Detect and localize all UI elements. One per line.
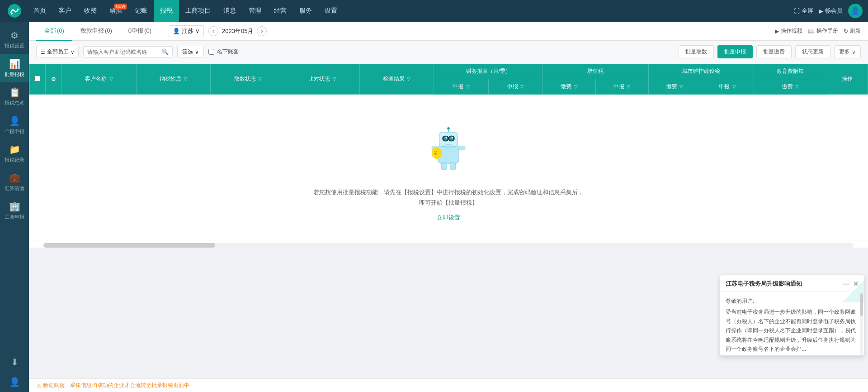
setup-link[interactable]: 立即设置 (437, 214, 460, 222)
refresh-btn[interactable]: ↻ 刷新 (844, 27, 861, 35)
compare-status-filter-icon[interactable]: ▽ (333, 76, 336, 81)
fetch-status-filter-icon[interactable]: ▽ (258, 76, 262, 81)
nav-items: 首页 客户 收费 票据 NEW 记账 报税 工商项目 消息 管理 经营 服务 设… (27, 0, 794, 22)
manual-icon: 📖 (808, 28, 815, 34)
svg-point-11 (447, 127, 450, 130)
province-dropdown-icon: ∨ (195, 28, 200, 34)
tab-all[interactable]: 全部 ( 0 ) (36, 22, 72, 41)
new-badge: NEW (114, 4, 127, 10)
tax-type-filter-icon[interactable]: ▽ (184, 76, 187, 81)
more-dropdown-icon: ∨ (852, 49, 856, 55)
th-tax-type: 纳税性质 ▽ (136, 64, 211, 95)
sidebar-item-tax-settings[interactable]: ⚙ 报税设置 (0, 25, 29, 54)
nav-business[interactable]: 工商项目 (179, 0, 217, 22)
city-pay-filter-icon[interactable]: ▽ (679, 84, 683, 89)
th-edu-pay: 缴费 ▽ (754, 79, 827, 95)
nav-invoice[interactable]: 票据 NEW (103, 0, 128, 22)
svg-point-7 (449, 136, 453, 140)
search-input[interactable] (87, 49, 160, 55)
nav-customer[interactable]: 客户 (52, 0, 78, 22)
nav-bookkeeping[interactable]: 记账 (128, 0, 154, 22)
tab-zero-declare[interactable]: 0申报 ( 0 ) (120, 22, 160, 41)
more-button[interactable]: 更多 ∨ (834, 45, 861, 58)
city-declare-filter-icon[interactable]: ▽ (627, 84, 630, 89)
member-button[interactable]: ▶ 畅会员 (819, 7, 843, 15)
annual-settlement-icon: 💼 (9, 172, 20, 183)
sidebar-item-batch-tax[interactable]: 📊 批量报税 (0, 54, 29, 82)
nav-right: ⛶ 全屏 ▶ 畅会员 👤 (794, 4, 863, 18)
nav-fee[interactable]: 收费 (78, 0, 103, 22)
svg-point-6 (443, 136, 448, 140)
sidebar-item-user[interactable]: 👤 (0, 372, 29, 392)
search-icon[interactable]: 🔍 (161, 48, 169, 55)
avatar[interactable]: 👤 (848, 4, 863, 18)
logo[interactable] (5, 2, 24, 20)
employee-select[interactable]: ☰ 全部员工 ∨ (36, 46, 79, 58)
nav-operation[interactable]: 经营 (268, 0, 293, 22)
status-bar: ⚠ 验证账密、采集信息均成功的企业才会流转至批量报税页面中 (29, 378, 868, 392)
th-operation: 操作 (827, 64, 868, 95)
th-check[interactable] (29, 64, 46, 95)
th-financial-report: 财务报表（月/季） (434, 64, 543, 79)
vat-declare-filter-icon[interactable]: ▽ (520, 84, 524, 89)
th-fetch-status: 取数状态 ▽ (211, 64, 285, 95)
th-customer-name: 客户名称 ▽ (62, 64, 137, 95)
th-city-tax: 城市维护建设税 (648, 64, 754, 79)
status-update-button[interactable]: 状态更新 (795, 45, 830, 58)
sidebar-item-annual-settlement[interactable]: 💼 汇算清缴 (0, 168, 29, 196)
scrollbar-thumb[interactable] (43, 243, 215, 248)
prev-month-btn[interactable]: ‹ (208, 26, 218, 36)
province-selector[interactable]: 👤 江苏 ∨ (169, 25, 204, 37)
notification-scrollbar-thumb[interactable] (860, 293, 863, 316)
operation-video-btn[interactable]: ▶ 操作视频 (775, 27, 802, 35)
nav-service[interactable]: 服务 (293, 0, 318, 22)
tax-record-icon: 📁 (9, 144, 20, 155)
sidebar-item-annual-report[interactable]: 🏢 工商年报 (0, 196, 29, 225)
sub-account-checkbox-area[interactable]: 名下账套 (208, 48, 239, 56)
check-result-filter-icon[interactable]: ▽ (407, 76, 410, 81)
nav-settings[interactable]: 设置 (318, 0, 344, 22)
data-table: ⚙ 客户名称 ▽ 纳税性质 ▽ 取数状态 ▽ 比对状态 ▽ 检查结果 ▽ (29, 63, 868, 240)
sidebar-item-download[interactable]: ⬇ (0, 352, 29, 372)
sidebar-item-personal-tax[interactable]: 👤 个税申报 (0, 111, 29, 139)
horizontal-scrollbar[interactable] (43, 243, 854, 248)
dropdown-icon: ∨ (71, 49, 75, 55)
batch-pay-button[interactable]: 批量缴费 (756, 45, 792, 58)
filter-button[interactable]: 筛选 ∨ (177, 46, 204, 58)
notification-scrollbar[interactable] (860, 293, 863, 355)
fullscreen-button[interactable]: ⛶ 全屏 (794, 7, 813, 15)
operation-manual-btn[interactable]: 📖 操作手册 (808, 27, 838, 35)
empty-state: ¥ 若您想使用批量报税功能，请先在【报税设置】中进行报税的初始化设置，完成密码验… (29, 95, 868, 240)
next-month-btn[interactable]: › (257, 26, 267, 36)
nav-management[interactable]: 管理 (242, 0, 268, 22)
batch-fetch-button[interactable]: 批量取数 (679, 45, 714, 58)
sidebar-item-tax-record[interactable]: 📁 报税记录 (0, 139, 29, 168)
th-edu-declare: 申报 ▽ (701, 79, 754, 95)
vat-pay-filter-icon[interactable]: ▽ (574, 84, 578, 89)
member-icon: ▶ (819, 8, 823, 14)
sidebar: ⚙ 报税设置 📊 批量报税 📋 报税总览 👤 个税申报 📁 报税记录 💼 汇算清… (0, 22, 29, 392)
employee-icon: ☰ (40, 49, 45, 55)
nav-tax[interactable]: 报税 (154, 0, 179, 22)
sidebar-item-tax-overview[interactable]: 📋 报税总览 (0, 82, 29, 111)
batch-declare-button[interactable]: 批量申报 (717, 45, 753, 58)
th-gear[interactable]: ⚙ (46, 64, 62, 95)
download-icon: ⬇ (11, 357, 19, 368)
select-all-checkbox[interactable] (34, 76, 40, 81)
svg-point-9 (451, 137, 453, 139)
filter-dropdown-icon: ∨ (195, 49, 199, 55)
sub-account-checkbox[interactable] (208, 49, 214, 55)
edu-declare-filter-icon[interactable]: ▽ (732, 84, 736, 89)
customer-filter-icon[interactable]: ▽ (109, 76, 113, 81)
notif-corner-decoration (837, 275, 864, 302)
fin-declare-filter-icon[interactable]: ▽ (466, 84, 470, 89)
tab-tax-declare[interactable]: 税款申报 ( 0 ) (72, 22, 120, 41)
nav-message[interactable]: 消息 (217, 0, 242, 22)
nav-home[interactable]: 首页 (27, 0, 52, 22)
robot-illustration: ¥ (421, 122, 476, 176)
refresh-icon: ↻ (844, 28, 848, 34)
fullscreen-icon: ⛶ (794, 8, 800, 14)
edu-pay-filter-icon[interactable]: ▽ (795, 84, 799, 89)
th-fin-declare: 申报 ▽ (434, 79, 488, 95)
svg-rect-12 (445, 145, 452, 148)
